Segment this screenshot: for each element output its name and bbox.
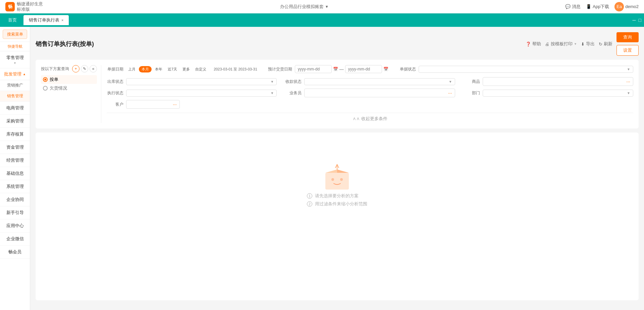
solution-collapse-button[interactable]: « <box>90 65 97 72</box>
print-button[interactable]: 🖨 按模板打印 ▼ <box>545 41 577 47</box>
tab-close-icon[interactable]: × <box>61 18 63 22</box>
sidebar-quick-nav[interactable]: 快捷导航 <box>0 42 30 51</box>
avatar: Ea <box>614 2 624 11</box>
filter-main-row: 按以下方案查询 + ✎ « 按单 <box>41 65 633 123</box>
search-menu-button[interactable]: 搜索菜单 <box>3 30 27 39</box>
content-area: 销售订单执行表(按单) ❓ 帮助 🖨 按模板打印 ▼ ⬇ 导出 ↻ 刷新 <box>30 27 644 310</box>
date-opt-custom[interactable]: 自定义 <box>193 66 208 72</box>
top-bar-left: 畅 畅捷通好生意 标准版 <box>5 1 43 12</box>
expected-date-start-input[interactable] <box>295 65 332 73</box>
salesperson-select[interactable]: ··· <box>304 89 455 97</box>
filter-expected-date-field: 预计交货日期 📅 — 📅 <box>268 65 388 73</box>
query-button[interactable]: 查询 <box>616 32 639 42</box>
message-button[interactable]: 💬 消息 <box>565 4 581 10</box>
user-info[interactable]: Ea demo2 <box>614 2 639 11</box>
exec-status-label: 执行状态 <box>107 90 123 96</box>
customer-select[interactable]: ··· <box>126 100 180 109</box>
exec-chevron-icon: ▼ <box>270 91 274 95</box>
calendar-end-icon: 📅 <box>383 67 388 71</box>
nav-tabs-right: ─ □ <box>633 17 641 23</box>
expected-date-end-input[interactable] <box>345 65 382 73</box>
delivery-chevron-icon: ▼ <box>270 80 274 84</box>
svg-point-3 <box>340 178 343 181</box>
chevron-up-icon: ▲ <box>23 72 26 76</box>
tab-sales-order-exec[interactable]: 销售订单执行表 × <box>23 15 69 25</box>
date-opt-last-month[interactable]: 上月 <box>126 66 138 72</box>
sidebar-item-app-center[interactable]: 应用中心 <box>0 219 30 232</box>
main-content-panel: 1 请先选择要分析的方案 2 用过滤条件来缩小分析范围 <box>36 133 639 300</box>
breadcrumb[interactable]: 办公用品行业模拟账套 ▾ <box>280 4 328 10</box>
dept-label: 部门 <box>463 90 480 96</box>
collapse-button[interactable]: ∧∧ 收起更多条件 <box>353 116 387 121</box>
filter-row-1: 单据日期 上月 本月 本年 近7天 更多 自定义 <box>107 65 633 73</box>
sidebar-item-finance[interactable]: 资金管理 <box>0 141 30 154</box>
expected-date-label: 预计交货日期 <box>268 66 292 72</box>
empty-illustration <box>317 159 357 193</box>
main-layout: 搜索菜单 快捷导航 零售管理 ▼ 批发管理 ▲ 营销推广 销售管理 电商管理 采… <box>0 27 644 310</box>
sidebar-item-newbie[interactable]: 新手引导 <box>0 206 30 219</box>
chevron-down-icon: ▼ <box>13 61 16 65</box>
collapse-row: ∧∧ 收起更多条件 <box>107 113 633 123</box>
sidebar-item-label: 零售管理 <box>6 55 24 61</box>
solution-edit-button[interactable]: ✎ <box>81 65 88 72</box>
filter-row-2: 出库状态 ▼ 收款状态 ▼ <box>107 77 633 86</box>
filter-delivery-status-field: 出库状态 ▼ <box>107 77 277 86</box>
empty-state: 1 请先选择要分析的方案 2 用过滤条件来缩小分析范围 <box>36 133 639 236</box>
date-opt-this-month[interactable]: 本月 <box>139 66 152 72</box>
sidebar-item-inventory[interactable]: 库存核算 <box>0 128 30 141</box>
filter-row-3: 执行状态 ▼ 业务员 ··· <box>107 89 633 97</box>
product-label: 商品 <box>463 79 480 85</box>
solution-item-shortage[interactable]: 欠货情况 <box>41 84 97 93</box>
date-range-display: 2023-03-01 至 2023-03-31 <box>214 67 257 72</box>
export-button[interactable]: ⬇ 导出 <box>581 41 595 47</box>
filter-row-4: 客户 ··· <box>107 100 633 109</box>
date-opt-this-year[interactable]: 本年 <box>153 66 164 72</box>
page-title-bar: 销售订单执行表(按单) ❓ 帮助 🖨 按模板打印 ▼ ⬇ 导出 ↻ 刷新 <box>36 32 639 56</box>
product-select[interactable]: ··· <box>483 77 633 86</box>
app-download-icon: 📱 <box>586 4 591 9</box>
sidebar-search-area: 搜索菜单 <box>0 27 30 42</box>
window-minimize-icon[interactable]: ─ <box>633 17 636 23</box>
sidebar-item-basic-info[interactable]: 基础信息 <box>0 167 30 180</box>
date-opt-more[interactable]: 更多 <box>180 66 192 72</box>
delivery-status-label: 出库状态 <box>107 79 123 85</box>
window-maximize-icon[interactable]: □ <box>639 17 641 23</box>
print-icon: 🖨 <box>545 42 549 47</box>
filter-panel: 按以下方案查询 + ✎ « 按单 <box>36 60 639 128</box>
filter-date-field: 单据日期 上月 本月 本年 近7天 更多 自定义 <box>107 66 208 72</box>
filter-customer-field: 客户 ··· <box>107 100 180 109</box>
sidebar-item-purchase[interactable]: 采购管理 <box>0 115 30 128</box>
sidebar-item-sales[interactable]: 销售管理 <box>0 91 30 102</box>
salesperson-label: 业务员 <box>285 90 302 96</box>
breadcrumb-arrow-icon: ▾ <box>326 4 328 9</box>
setting-button[interactable]: 设置 <box>616 45 639 56</box>
sidebar-item-operations[interactable]: 经营管理 <box>0 154 30 167</box>
sidebar-item-marketing[interactable]: 营销推广 <box>0 80 30 91</box>
sidebar-item-ecommerce[interactable]: 电商管理 <box>0 102 30 115</box>
sidebar-item-enterprise[interactable]: 企业协同 <box>0 193 30 206</box>
svg-point-2 <box>331 178 334 181</box>
solution-add-button[interactable]: + <box>72 65 79 72</box>
sidebar-item-wechat[interactable]: 企业微信 <box>0 232 30 246</box>
help-button[interactable]: ❓ 帮助 <box>526 41 541 47</box>
status-select[interactable]: ▼ <box>419 66 633 73</box>
receipt-status-select[interactable]: ▼ <box>304 78 455 85</box>
sidebar-item-retail[interactable]: 零售管理 ▼ <box>0 51 30 68</box>
sidebar-item-wholesale[interactable]: 批发管理 ▲ <box>0 68 30 80</box>
solution-item-by-order[interactable]: 按单 <box>41 75 97 84</box>
help-icon: ❓ <box>526 42 531 47</box>
customer-ellipsis-icon: ··· <box>173 102 177 107</box>
tab-home[interactable]: 首页 <box>3 15 22 25</box>
exec-status-select[interactable]: ▼ <box>126 90 277 97</box>
top-bar-right: 💬 消息 📱 App下载 Ea demo2 <box>565 2 639 11</box>
date-opt-7days[interactable]: 近7天 <box>166 66 179 72</box>
dept-select[interactable]: ▼ <box>483 90 633 97</box>
solution-selector: 按以下方案查询 + ✎ « 按单 <box>41 65 101 123</box>
logo-area: 畅 畅捷通好生意 标准版 <box>5 1 43 12</box>
message-icon: 💬 <box>565 4 571 9</box>
refresh-button[interactable]: ↻ 刷新 <box>599 41 612 47</box>
sidebar-item-system[interactable]: 系统管理 <box>0 180 30 193</box>
app-download-button[interactable]: 📱 App下载 <box>586 4 609 10</box>
sidebar-item-membership[interactable]: 畅会员 <box>0 246 30 259</box>
delivery-status-select[interactable]: ▼ <box>126 78 277 85</box>
